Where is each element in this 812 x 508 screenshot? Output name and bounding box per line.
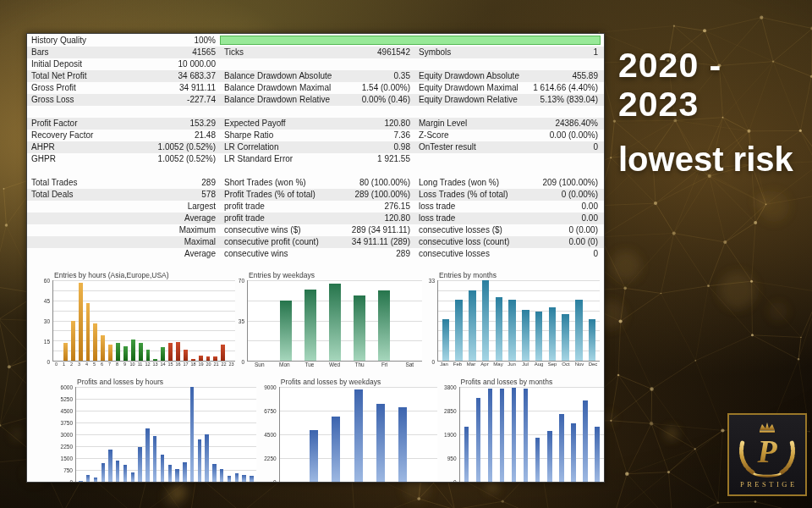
bar	[79, 481, 82, 482]
stat-label	[27, 213, 145, 224]
chart-title: Entries by hours (Asia,Europe,USA)	[32, 270, 235, 280]
y-tick-label: 30	[44, 318, 50, 324]
spacer-row	[27, 106, 604, 118]
bar	[116, 343, 120, 361]
prestige-logo: P PRESTIGE	[727, 413, 807, 496]
x-tick-label: 8	[113, 362, 121, 370]
bar-slot	[219, 280, 227, 361]
stat-value: 153.29	[145, 118, 220, 130]
stat-label: consecutive loss (count)	[414, 236, 533, 248]
bar	[329, 284, 341, 361]
stat-value: 21.48	[145, 130, 220, 141]
stat-label: Short Trades (won %)	[220, 177, 347, 189]
stat-value: 578	[145, 189, 220, 201]
bar-slot	[159, 280, 167, 361]
bar-slot	[348, 280, 372, 361]
y-tick-label: 0	[431, 359, 435, 365]
bar	[250, 476, 253, 482]
x-tick-label: Sat	[397, 362, 422, 370]
plot-area	[247, 280, 422, 362]
bar	[220, 469, 223, 482]
stat-value: 0.00% (0.46)	[347, 94, 414, 106]
x-tick-label: 5	[91, 362, 98, 370]
bar	[63, 343, 68, 361]
stat-value: 1.0052 (0.52%)	[145, 141, 220, 153]
table-row: Gross Profit34 911.11Balance Drawdown Ma…	[27, 82, 604, 94]
stat-label: consecutive wins ($)	[220, 224, 347, 236]
x-tick-label: Jun	[505, 362, 518, 370]
stat-value: 0.00 (0.00%)	[533, 130, 602, 141]
bar-slot	[173, 387, 181, 482]
y-tick-label: 750	[63, 467, 73, 473]
y-tick-label: 0	[453, 479, 457, 483]
bar	[139, 343, 143, 361]
x-tick-label: Feb	[451, 362, 464, 370]
bar-slot	[166, 387, 173, 482]
bar-slot	[77, 387, 85, 482]
bar	[398, 407, 407, 482]
bar	[146, 350, 151, 361]
stat-value: 0.00 (0)	[533, 236, 602, 248]
bar	[575, 300, 583, 361]
bar-slot	[397, 280, 421, 361]
stat-value: 0	[533, 141, 602, 153]
stat-label: Bars	[27, 47, 145, 58]
bar-slot	[492, 280, 506, 361]
chart-title: Profits and losses by months	[437, 377, 604, 387]
stat-value: Maximum	[145, 224, 220, 236]
bar-slot	[508, 387, 520, 482]
bar	[212, 464, 216, 482]
stat-value: 289	[347, 248, 414, 260]
bar-slot	[233, 387, 240, 482]
x-tick-label: 20	[205, 362, 212, 370]
x-tick-label: 15	[167, 362, 174, 370]
bar-slot	[585, 280, 599, 361]
bar-slot	[485, 387, 497, 482]
bar-slot	[591, 387, 603, 482]
bar-slot	[479, 280, 492, 361]
bar	[94, 478, 97, 482]
spacer-row	[27, 165, 604, 177]
x-tick-label: Jul	[518, 362, 532, 370]
stat-label: Recovery Factor	[27, 130, 145, 141]
y-tick-label: 1900	[444, 432, 456, 438]
stat-label	[414, 153, 533, 165]
bar	[332, 417, 340, 482]
bar	[79, 283, 83, 361]
chart-title: Entries by weekdays	[235, 270, 422, 280]
bar-slot	[211, 280, 219, 361]
table-row: Maximumconsecutive wins ($)289 (34 911.1…	[27, 224, 604, 236]
stat-value: 289 (100.00%)	[347, 189, 414, 201]
bar-slot	[107, 280, 114, 361]
y-tick-label: 6000	[61, 384, 73, 390]
table-row: Profit Factor153.29Expected Payoff120.80…	[27, 118, 604, 130]
bar-slot	[532, 280, 546, 361]
stat-value: 1 921.55	[347, 153, 414, 165]
bar	[102, 463, 105, 482]
bar	[161, 455, 164, 482]
bar-slot	[414, 387, 436, 482]
x-tick-label: Mon	[272, 362, 298, 370]
stat-value: 276.15	[347, 201, 414, 213]
table-row: Total Deals578Profit Trades (% of total)…	[27, 189, 604, 201]
bar-slot	[107, 387, 114, 482]
chart-entries-by-hours-asia-europe-usa: Entries by hours (Asia,Europe,USA)604530…	[32, 270, 235, 370]
bar-slot	[189, 280, 197, 361]
y-tick-label: 3000	[61, 432, 73, 438]
profits-charts-row: Profits and losses by hours6000525045003…	[32, 377, 604, 482]
x-tick-label: 7	[106, 362, 113, 370]
bar	[354, 295, 365, 361]
bar	[221, 345, 225, 361]
x-tick-label: 4	[83, 362, 91, 370]
bar-slot	[145, 280, 152, 361]
bar	[123, 346, 128, 361]
y-tick-label: 2850	[444, 408, 456, 414]
stat-value: 0	[533, 248, 602, 260]
bar	[476, 398, 480, 482]
bar	[571, 423, 575, 482]
stat-label: consecutive wins	[220, 248, 347, 260]
bar	[595, 427, 599, 482]
bar-slot	[519, 280, 533, 361]
bar-slot	[122, 280, 129, 361]
table-row: GHPR1.0052 (0.52%)LR Standard Error1 921…	[27, 153, 604, 165]
